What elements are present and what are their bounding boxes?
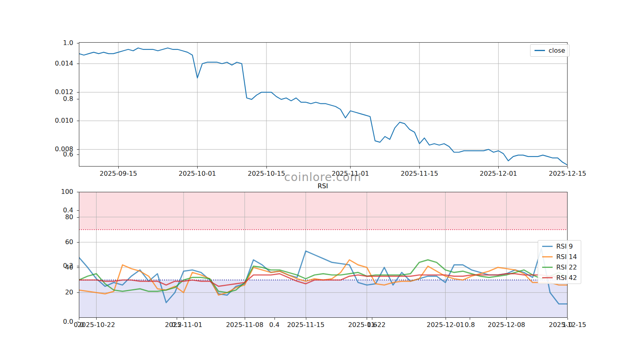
rsi-y-tick [77,292,79,293]
price-x-tick-label: 2025-10-15 [238,170,295,177]
rsi-legend: RSI 9 RSI 14 RSI 22 RSI 42 [538,240,581,284]
close-line-swatch [535,50,545,51]
overlay-y-tick-label: 0.2 [41,262,73,269]
rsi-9-line-swatch [542,246,553,247]
overlay-y-tick [77,99,79,99]
overlay-x-tick [568,318,568,320]
price-y-tick [77,121,79,121]
price-y-tick-label: 0.010 [41,117,73,124]
price-legend-label: close [549,47,565,54]
overlay-y-tick-label: 1.0 [41,39,73,47]
price-x-tick-label: 2025-09-15 [90,170,147,177]
figure: coinlore.com RSI close RSI 9 RSI 14 RSI … [0,0,644,362]
overlay-y-tick [77,154,79,155]
rsi-y-tick-label: 100 [41,188,73,195]
legend-item-close: close [535,47,565,54]
rsi-x-tick [446,318,446,320]
price-y-tick [77,92,79,93]
rsi-y-tick [77,217,79,218]
rsi-14-legend-label: RSI 14 [556,253,577,261]
price-y-tick [77,64,79,64]
price-y-tick-label: 0.014 [41,60,73,67]
rsi-x-tick [184,318,184,320]
overlay-y-tick [77,210,79,211]
overlay-x-tick [470,318,470,320]
price-x-tick [568,167,568,169]
rsi-y-tick [77,242,79,243]
overlay-y-tick-label: 0.6 [41,150,73,158]
price-x-tick [350,167,351,169]
legend-item-rsi-22: RSI 22 [542,263,577,271]
overlay-y-tick-label: 0.4 [41,206,73,214]
overlay-x-tick [275,318,275,320]
price-x-tick [197,167,198,169]
rsi-14-line-swatch [542,256,553,257]
rsi-22-legend-label: RSI 22 [556,263,577,271]
price-legend: close [530,44,570,57]
overlay-x-tick [79,318,79,320]
legend-item-rsi-14: RSI 14 [542,253,577,261]
price-x-tick-label: 2025-12-01 [470,170,526,177]
rsi-x-tick [367,318,367,320]
rsi-x-tick [96,318,97,320]
overlay-x-tick-label: 0.4 [246,321,303,329]
legend-item-rsi-9: RSI 9 [542,243,577,250]
overlay-y-tick [77,43,79,43]
price-x-tick [419,167,420,169]
rsi-y-tick-label: 60 [41,238,73,246]
rsi-y-tick-label: 80 [41,213,73,221]
overlay-y-tick-label: 0.8 [41,95,73,103]
rsi-42-line-swatch [542,277,553,278]
rsi-x-tick [306,318,306,320]
price-x-tick-label: 2025-12-15 [539,170,596,177]
legend-item-rsi-42: RSI 42 [542,274,577,282]
overlay-x-tick-label: 0.8 [442,321,498,329]
overlay-y-tick [77,266,79,266]
rsi-y-tick-label: 20 [41,288,73,296]
price-x-tick [266,167,267,169]
price-y-tick [77,149,79,150]
rsi-22-line-swatch [542,267,553,268]
overlay-x-tick-label: 1.0 [539,321,596,329]
price-x-tick [118,167,119,169]
overlay-x-tick-label: 0.6 [344,321,400,329]
price-chart-svg [79,42,568,167]
rsi-9-legend-label: RSI 9 [556,243,573,250]
overlay-x-tick [372,318,372,320]
price-x-tick-label: 2025-10-01 [169,170,225,177]
rsi-42-legend-label: RSI 42 [556,274,577,282]
rsi-y-tick [77,267,79,268]
overlay-x-tick-label: 0.2 [149,321,205,329]
rsi-x-tick [245,318,245,320]
rsi-x-tick [506,318,507,320]
overlay-x-tick [177,318,177,320]
price-x-tick-label: 2025-11-01 [322,170,378,177]
rsi-y-tick [77,192,79,192]
price-x-tick [498,167,499,169]
overlay-x-tick-label: 0.0 [51,321,107,329]
rsi-chart-title: RSI [242,182,403,190]
price-x-tick-label: 2025-11-15 [391,170,448,177]
rsi-chart-svg [79,192,568,318]
